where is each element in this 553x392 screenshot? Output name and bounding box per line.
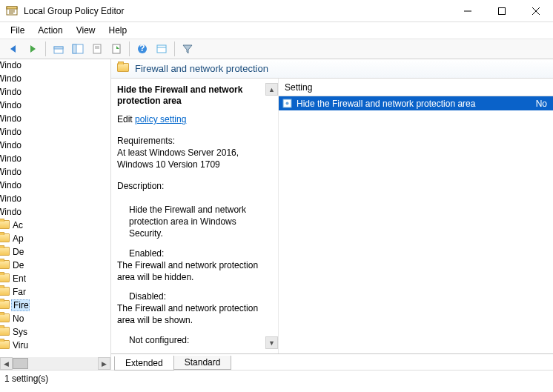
tree-item-label: Ap (11, 233, 24, 244)
export-button[interactable] (107, 40, 125, 58)
list-column: Setting Hide the Firewall and network pr… (278, 79, 553, 353)
tree-item-label: Sys (11, 327, 27, 337)
menu-help[interactable]: Help (103, 24, 133, 37)
help-button[interactable]: ? (133, 40, 151, 58)
tree-item[interactable]: Fire (0, 299, 111, 312)
tree-item-label: No (11, 313, 24, 324)
tree-item[interactable]: De (0, 245, 111, 259)
tree-horizontal-scrollbar[interactable]: ◀ ▶ (0, 357, 110, 370)
tree-item[interactable]: De (0, 259, 111, 272)
tree-item[interactable]: ▸Windo (0, 85, 111, 99)
requirements-head: Requirements: (117, 135, 262, 147)
content-header-title: Firewall and network protection (135, 63, 268, 74)
folder-icon (0, 287, 10, 297)
menubar: File Action View Help (0, 22, 553, 39)
svg-rect-12 (73, 44, 76, 53)
edit-policy-line: Edit policy setting (117, 114, 262, 124)
tree-item-label: Far (11, 287, 26, 297)
close-button[interactable] (519, 0, 553, 22)
tree-item[interactable]: ▸Windo (0, 139, 111, 152)
tree-item-label: Windo (0, 167, 21, 177)
scroll-track[interactable] (13, 357, 98, 370)
tree-item-label: De (11, 260, 24, 270)
tree-item[interactable]: Viru (0, 339, 111, 352)
description-head: Description: (117, 180, 262, 192)
toolbar-separator (129, 41, 130, 56)
tree-item[interactable]: ▸Windo (0, 125, 111, 139)
tree-item[interactable]: ▸Windo (0, 99, 111, 112)
tree-item[interactable]: No (0, 312, 111, 325)
minimize-button[interactable] (451, 0, 485, 22)
folder-icon (117, 63, 130, 75)
tree-item-label: Windo (0, 113, 21, 124)
description-notconfig-head: Not configured: (117, 334, 262, 346)
list-header: Setting (279, 79, 553, 96)
tree-item[interactable]: ▸Windo (0, 112, 111, 125)
window-title: Local Group Policy Editor (24, 6, 451, 16)
tree-item[interactable]: ▾Windo (0, 205, 111, 219)
up-button[interactable] (50, 40, 67, 58)
toolbar-separator (45, 41, 46, 56)
scroll-down-icon[interactable]: ▼ (265, 336, 278, 349)
tree-item[interactable]: Sys (0, 325, 111, 339)
tree-item[interactable]: ▸Windo (0, 59, 111, 72)
forward-button[interactable] (24, 40, 42, 58)
menu-view[interactable]: View (70, 24, 102, 37)
scroll-up-icon[interactable]: ▲ (265, 83, 278, 96)
options-button[interactable] (153, 40, 170, 58)
maximize-button[interactable] (485, 0, 519, 22)
tree-item-label: Windo (0, 193, 21, 204)
column-setting[interactable]: Setting (279, 79, 318, 96)
tree-item[interactable]: Far (0, 285, 111, 299)
description-disabled-body: The Firewall and network protection area… (117, 302, 262, 326)
svg-rect-6 (499, 7, 506, 14)
tree-item[interactable]: Ap (0, 232, 111, 245)
tree-item-label: Viru (11, 340, 28, 351)
tree-item-label: Windo (0, 73, 21, 84)
tree-item-label: Windo (0, 207, 21, 217)
setting-icon (282, 99, 292, 109)
tree-item-label: Windo (0, 153, 21, 164)
info-vertical-scrollbar[interactable]: ▲ ▼ (265, 79, 278, 353)
tree-item[interactable]: ▸Windo (0, 192, 111, 205)
client-area: ▸Windo▸Windo▸Windo▸Windo▸Windo▸Windo▸Win… (0, 59, 553, 370)
tree-item-label: Windo (0, 140, 21, 150)
tab-extended[interactable]: Extended (114, 356, 174, 371)
list-rows: Hide the Firewall and network protection… (279, 96, 553, 353)
scroll-thumb[interactable] (13, 358, 28, 369)
tree-item-label: Windo (0, 87, 21, 97)
edit-policy-link[interactable]: policy setting (135, 114, 186, 124)
right-pane: Firewall and network protection Hide the… (111, 59, 553, 370)
description-enabled-head: Enabled: (117, 248, 262, 259)
tree-item[interactable]: Ac (0, 219, 111, 232)
svg-rect-10 (54, 47, 63, 49)
scroll-right-icon[interactable]: ▶ (98, 357, 110, 370)
tree-item-label: De (11, 247, 24, 257)
description-disabled-head: Disabled: (117, 290, 262, 302)
svg-rect-19 (157, 45, 166, 53)
folder-icon (0, 313, 10, 324)
tab-standard[interactable]: Standard (173, 356, 232, 370)
content-header: Firewall and network protection (111, 59, 553, 79)
titlebar: Local Group Policy Editor (0, 0, 553, 22)
back-button[interactable] (4, 40, 22, 58)
menu-action[interactable]: Action (32, 24, 68, 37)
tree-item-label: Fire (11, 299, 30, 311)
properties-button[interactable] (88, 40, 106, 58)
show-hide-tree-button[interactable] (69, 40, 87, 58)
statusbar: 1 setting(s) (0, 370, 553, 386)
folder-icon (0, 233, 10, 244)
filter-button[interactable] (179, 40, 196, 58)
tree-item[interactable]: ▸Windo (0, 179, 111, 192)
tree-item[interactable]: ▸Windo (0, 72, 111, 85)
list-row-name: Hide the Firewall and network protection… (297, 99, 532, 109)
tree-item-label: Ent (11, 273, 26, 284)
menu-file[interactable]: File (4, 24, 30, 37)
scroll-left-icon[interactable]: ◀ (0, 357, 13, 370)
tree-item[interactable]: Ent (0, 272, 111, 285)
folder-icon (0, 340, 10, 351)
tree-item[interactable]: ▸Windo (0, 152, 111, 165)
requirements-body: At least Windows Server 2016, Windows 10… (117, 147, 262, 170)
list-row[interactable]: Hide the Firewall and network protection… (279, 96, 553, 110)
tree-item[interactable]: ▸Windo (0, 165, 111, 179)
